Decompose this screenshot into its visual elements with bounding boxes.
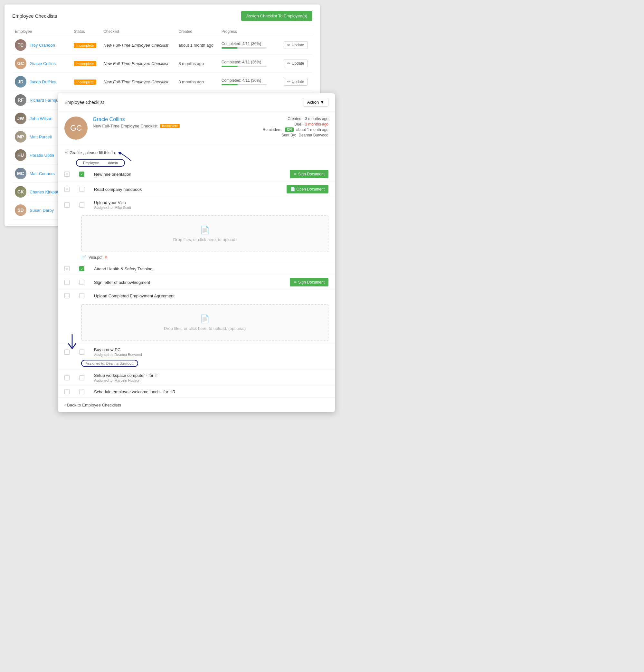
- avatar: HU: [15, 149, 26, 161]
- admin-checkbox[interactable]: ✓: [79, 171, 84, 177]
- assign-checklist-button[interactable]: Assign Checklist To Employee(s): [241, 11, 312, 21]
- action-dropdown-button[interactable]: Action ▼: [303, 98, 328, 107]
- update-button[interactable]: ✏ Update: [284, 41, 308, 49]
- avatar-img: SD: [15, 204, 26, 216]
- checklist-cell: New Full-Time Employee Checklist: [101, 36, 176, 55]
- task-info: Read company handbook: [94, 187, 283, 192]
- employee-checkbox[interactable]: [65, 375, 70, 381]
- avatar: JW: [15, 113, 26, 124]
- checkbox-group: ✕: [65, 187, 90, 192]
- task-row: Setup workspace computer - for ITAssigne…: [58, 370, 335, 386]
- uploaded-file: 📄 Visa.pdf ✕: [81, 255, 328, 260]
- checkbox-group: ✕ ✓: [65, 171, 90, 177]
- action-cell[interactable]: ✏ Update: [281, 36, 312, 55]
- fg-employee-details: Gracie Collins New Full-Time Employee Ch…: [93, 117, 258, 129]
- fg-employee-info: GC Gracie Collins New Full-Time Employee…: [58, 111, 335, 145]
- open-document-button[interactable]: 📄 Open Document: [286, 185, 328, 193]
- action-cell[interactable]: ✏ Update: [281, 55, 312, 73]
- admin-checkbox[interactable]: [79, 187, 84, 192]
- avatar: GC: [15, 58, 26, 69]
- update-button[interactable]: ✏ Update: [284, 60, 308, 67]
- annotation-arrow: [118, 152, 134, 161]
- admin-checkbox[interactable]: [79, 280, 84, 285]
- table-row[interactable]: GC Gracie Collins IncompleteNew Full-Tim…: [12, 55, 312, 73]
- employee-name-link[interactable]: John Wilson: [30, 116, 52, 121]
- bg-card-title: Employee Checklists: [12, 13, 57, 19]
- status-badge: Incomplete: [74, 61, 96, 66]
- employee-name-link[interactable]: Matt Connors: [30, 171, 55, 176]
- task-info: Setup workspace computer - for ITAssigne…: [94, 373, 328, 382]
- avatar-img: JW: [15, 113, 26, 124]
- task-name: Upload your Visa: [94, 200, 328, 205]
- progress-bar-bg: [222, 65, 267, 67]
- action-cell[interactable]: ✏ Update: [281, 73, 312, 91]
- status-cell: Incomplete: [71, 55, 101, 73]
- meta-reminders-label: Reminders:: [263, 128, 282, 132]
- progress-cell: Completed: 4/11 (36%): [219, 36, 281, 55]
- col-action: [281, 27, 312, 36]
- employee-checkbox[interactable]: [65, 389, 70, 394]
- employee-name-link[interactable]: Gracie Collins: [30, 61, 56, 66]
- employee-name-link[interactable]: Jacob Duffries: [30, 80, 56, 84]
- avatar: SD: [15, 204, 26, 216]
- sign-document-button[interactable]: ✏ Sign Document: [290, 170, 328, 178]
- meta-created-row: Created: 3 months ago: [263, 117, 328, 121]
- avatar: MP: [15, 131, 26, 143]
- progress-cell: Completed: 4/11 (36%): [219, 73, 281, 91]
- task-row: ✕ Read company handbook 📄 Open Document: [58, 182, 335, 197]
- back-to-checklists-link[interactable]: ‹ Back to Employee Checklists: [65, 403, 121, 407]
- employee-checkbox[interactable]: [65, 280, 70, 285]
- employee-checkbox[interactable]: [65, 202, 70, 207]
- created-cell: about 1 month ago: [176, 36, 219, 55]
- reminders-toggle[interactable]: ON: [285, 128, 294, 132]
- checkbox-group: [65, 375, 90, 381]
- down-arrow-annotation: [66, 334, 79, 350]
- avatar: RF: [15, 94, 26, 106]
- admin-checkbox[interactable]: [79, 349, 84, 355]
- meta-due-label: Due:: [294, 122, 302, 127]
- employee-name-link[interactable]: Troy Crandon: [30, 43, 55, 48]
- fg-checklist-info: New Full-Time Employee Checklist Incompl…: [93, 123, 258, 129]
- fg-employee-name: Gracie Collins: [93, 117, 258, 122]
- table-row[interactable]: TC Troy Crandon IncompleteNew Full-Time …: [12, 36, 312, 55]
- column-headers: Employee Admin: [58, 158, 335, 167]
- checklist-name: New Full-Time Employee Checklist: [103, 61, 168, 66]
- employee-name-link[interactable]: Susan Darby: [30, 208, 54, 213]
- employee-checkbox[interactable]: ✕: [65, 171, 70, 177]
- checklist-name: New Full-Time Employee Checklist: [103, 80, 168, 84]
- task-name: Setup workspace computer - for IT: [94, 373, 328, 378]
- admin-checkbox[interactable]: ✓: [79, 266, 84, 271]
- table-row[interactable]: JD Jacob Duffries IncompleteNew Full-Tim…: [12, 73, 312, 91]
- meta-due-row: Due: 3 months ago: [263, 122, 328, 127]
- employee-name-link[interactable]: Matt Purcell: [30, 134, 52, 139]
- checkbox-group: [65, 293, 90, 298]
- avatar-img: HU: [15, 149, 26, 161]
- admin-checkbox[interactable]: [79, 389, 84, 394]
- status-badge: Incomplete: [74, 43, 96, 48]
- admin-checkbox[interactable]: [79, 375, 84, 381]
- admin-checkbox[interactable]: [79, 293, 84, 298]
- avatar: MC: [15, 168, 26, 179]
- admin-checkbox[interactable]: [79, 202, 84, 207]
- col-progress: Progress: [219, 27, 281, 36]
- meta-sentby-value: Deanna Burwood: [298, 133, 328, 137]
- employee-checkbox[interactable]: [65, 293, 70, 298]
- greeting-text: Hi Gracie , please fill this in.: [58, 145, 335, 158]
- task-info: Buy a new PCAssigned to: Deanna Burwood: [94, 347, 328, 357]
- sign-document-button[interactable]: ✏ Sign Document: [290, 278, 328, 286]
- file-remove-button[interactable]: ✕: [104, 255, 107, 260]
- employee-checklist-detail-card: Employee Checklist Action ▼ GC Gracie Co…: [58, 93, 335, 412]
- upload-zone[interactable]: 📄 Drop files, or click here, to upload.: [81, 215, 328, 252]
- employee-checkbox[interactable]: ✕: [65, 266, 70, 271]
- bg-card-header: Employee Checklists Assign Checklist To …: [12, 11, 312, 21]
- upload-text: Drop files, or click here, to upload.: [173, 237, 237, 242]
- update-button[interactable]: ✏ Update: [284, 78, 308, 86]
- employee-name-link[interactable]: Horatio Uptin: [30, 153, 54, 158]
- employee-checkbox[interactable]: ✕: [65, 187, 70, 192]
- file-icon: 📄: [81, 255, 86, 260]
- upload-zone[interactable]: 📄 Drop files, or click here, to upload. …: [81, 304, 328, 341]
- created-cell: 3 months ago: [176, 55, 219, 73]
- task-row: Schedule employee welcome lunch - for HR: [58, 386, 335, 398]
- column-annotation-circle: Employee Admin: [76, 159, 125, 167]
- employee-name-link[interactable]: Richard Farhquar: [30, 98, 62, 103]
